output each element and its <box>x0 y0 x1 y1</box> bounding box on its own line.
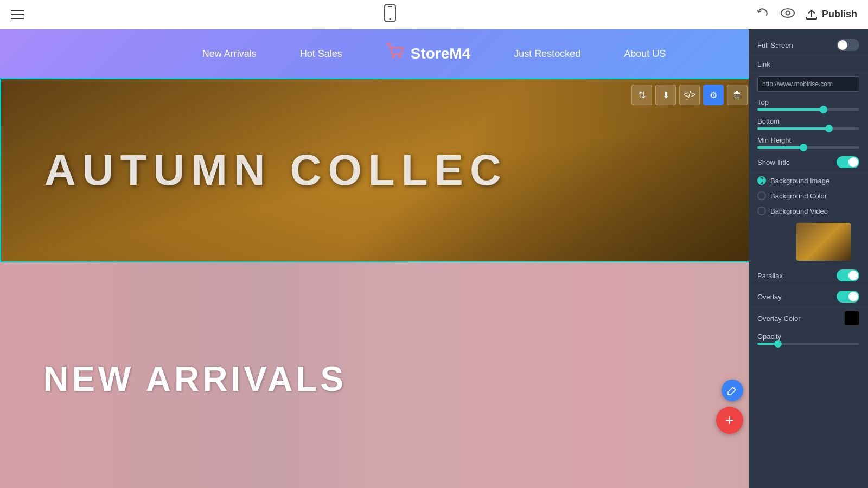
publish-button[interactable]: Publish <box>806 9 857 20</box>
overlay-color-row: Overlay Color <box>749 307 868 329</box>
nav-link-hot-sales[interactable]: Hot Sales <box>300 48 342 60</box>
parallax-row: Parallax <box>749 265 868 286</box>
new-arrivals-title: NEW ARRIVALS <box>0 359 347 399</box>
top-toolbar: Publish <box>0 0 868 29</box>
nav-link-about-us[interactable]: About US <box>624 48 666 60</box>
link-input-row <box>749 73 868 95</box>
overlay-row: Overlay <box>749 286 868 307</box>
hero-section: AUTUMN COLLEC ⇅ ⬇ </> ⚙ 🗑 <box>0 78 868 262</box>
bottom-slider-row: Bottom <box>749 114 868 133</box>
phone-preview-icon[interactable] <box>384 4 396 25</box>
overlay-color-swatch[interactable] <box>844 311 859 326</box>
show-title-label: Show Title <box>757 158 790 166</box>
nav-link-just-restocked[interactable]: Just Restocked <box>514 48 580 60</box>
top-label: Top <box>757 98 859 106</box>
background-video-row: Background Video <box>749 203 868 219</box>
opacity-label: Opacity <box>757 332 859 341</box>
svg-point-4 <box>786 11 789 15</box>
hamburger-menu[interactable] <box>11 10 24 19</box>
link-label: Link <box>757 60 770 68</box>
top-slider-row: Top <box>749 95 868 114</box>
link-input[interactable] <box>757 76 859 92</box>
delete-button[interactable]: 🗑 <box>727 85 748 105</box>
svg-point-6 <box>398 55 401 58</box>
code-button[interactable]: </> <box>679 85 700 105</box>
add-icon: + <box>725 413 734 428</box>
image-thumbnail-container <box>749 219 868 265</box>
background-image-thumb[interactable] <box>796 223 851 261</box>
link-label-row: Link <box>749 56 868 73</box>
background-image-row: Background Image <box>749 173 868 188</box>
section-toolbar: ⇅ ⬇ </> ⚙ 🗑 <box>631 85 748 105</box>
show-title-toggle[interactable] <box>837 156 859 168</box>
parallax-toggle[interactable] <box>837 269 859 281</box>
svg-point-3 <box>781 9 794 17</box>
parallax-label: Parallax <box>757 272 783 280</box>
bottom-slider[interactable] <box>757 127 859 130</box>
min-height-slider-row: Min Height <box>749 133 868 152</box>
settings-button[interactable]: ⚙ <box>703 85 724 105</box>
overlay-toggle[interactable] <box>837 291 859 303</box>
show-title-row: Show Title <box>749 152 868 173</box>
overlay-color-label: Overlay Color <box>757 314 800 323</box>
fab-edit-button[interactable] <box>722 380 743 401</box>
min-height-slider[interactable] <box>757 146 859 149</box>
cart-icon <box>386 43 405 65</box>
background-image-label: Background Image <box>770 177 829 185</box>
opacity-slider-row: Opacity <box>749 329 868 348</box>
fab-add-button[interactable]: + <box>716 407 743 434</box>
svg-point-1 <box>390 18 391 20</box>
background-video-label: Background Video <box>770 207 828 215</box>
overlay-label: Overlay <box>757 293 782 301</box>
background-image-radio[interactable] <box>757 176 766 185</box>
hero-title: AUTUMN COLLEC <box>1 145 508 195</box>
svg-point-5 <box>392 55 394 58</box>
full-screen-toggle[interactable] <box>837 39 859 51</box>
logo-text: StoreM4 <box>411 45 470 62</box>
sort-button[interactable]: ⇅ <box>631 85 652 105</box>
nav-link-new-arrivals[interactable]: New Arrivals <box>202 48 257 60</box>
full-screen-row: Full Screen <box>749 35 868 56</box>
top-slider[interactable] <box>757 108 859 111</box>
download-button[interactable]: ⬇ <box>655 85 676 105</box>
nav-logo: StoreM4 <box>386 43 470 65</box>
preview-eye-icon[interactable] <box>781 8 795 21</box>
background-color-radio[interactable] <box>757 191 766 200</box>
min-height-label: Min Height <box>757 136 859 144</box>
full-screen-label: Full Screen <box>757 41 793 49</box>
navbar: New Arrivals Hot Sales StoreM4 Just Rest… <box>0 29 868 78</box>
background-color-row: Background Color <box>749 188 868 203</box>
bottom-label: Bottom <box>757 117 859 125</box>
publish-label: Publish <box>822 9 857 20</box>
settings-panel: Full Screen Link Top Bottom Min Height <box>749 29 868 488</box>
background-color-label: Background Color <box>770 192 827 200</box>
opacity-slider[interactable] <box>757 343 859 345</box>
background-video-radio[interactable] <box>757 207 766 215</box>
undo-icon[interactable] <box>757 8 770 21</box>
new-arrivals-section: NEW ARRIVALS <box>0 262 868 488</box>
svg-rect-2 <box>388 6 392 7</box>
